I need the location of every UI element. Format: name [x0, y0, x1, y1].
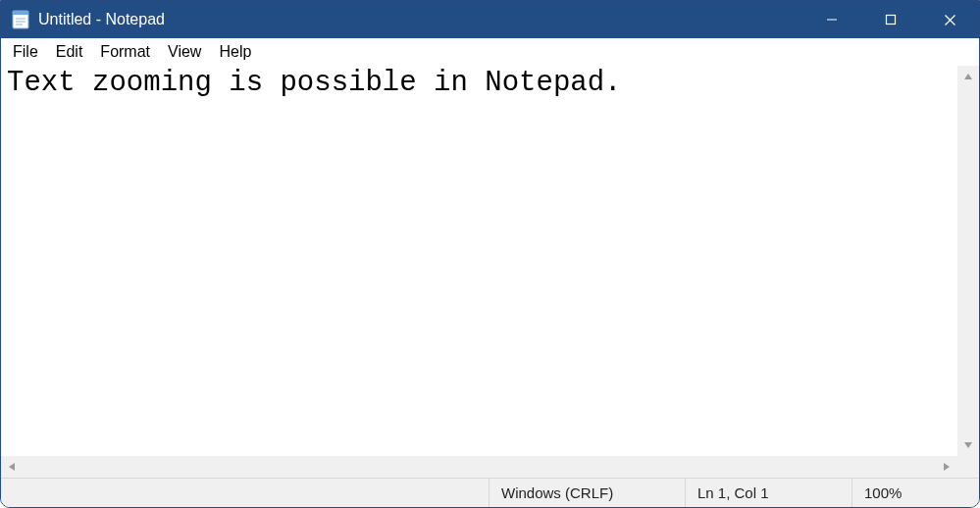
- menu-view[interactable]: View: [160, 41, 211, 63]
- content-area: Text zooming is possible in Notepad.: [1, 66, 979, 478]
- status-zoom-level: 100%: [851, 479, 979, 507]
- vertical-scrollbar[interactable]: [957, 66, 979, 456]
- maximize-button[interactable]: [861, 1, 920, 38]
- statusbar: Windows (CRLF) Ln 1, Col 1 100%: [1, 478, 979, 507]
- svg-rect-1: [13, 11, 28, 15]
- scroll-right-icon[interactable]: [936, 456, 957, 478]
- menubar: File Edit Format View Help: [1, 38, 979, 66]
- menu-help[interactable]: Help: [211, 41, 261, 63]
- status-cursor-position: Ln 1, Col 1: [685, 479, 851, 507]
- menu-edit[interactable]: Edit: [48, 41, 93, 63]
- editor-row: Text zooming is possible in Notepad.: [1, 66, 979, 456]
- close-button[interactable]: [920, 1, 979, 38]
- scroll-up-icon[interactable]: [957, 66, 979, 87]
- scroll-corner: [957, 456, 979, 478]
- scroll-down-icon[interactable]: [957, 434, 979, 456]
- titlebar[interactable]: Untitled - Notepad: [1, 1, 979, 38]
- horizontal-scroll-track[interactable]: [23, 456, 936, 478]
- menu-format[interactable]: Format: [92, 41, 160, 63]
- scroll-left-icon[interactable]: [1, 456, 23, 478]
- notepad-app-icon: [11, 9, 30, 30]
- hscroll-row: [1, 456, 979, 478]
- text-editor[interactable]: Text zooming is possible in Notepad.: [1, 66, 957, 456]
- svg-rect-6: [887, 16, 896, 25]
- menu-file[interactable]: File: [5, 41, 48, 63]
- statusbar-spacer: [1, 479, 489, 507]
- notepad-window: Untitled - Notepad File Edit Format View…: [0, 0, 980, 508]
- horizontal-scrollbar[interactable]: [1, 456, 957, 478]
- status-line-ending: Windows (CRLF): [489, 479, 685, 507]
- vertical-scroll-track[interactable]: [957, 87, 979, 434]
- window-title: Untitled - Notepad: [38, 11, 165, 28]
- minimize-button[interactable]: [802, 1, 861, 38]
- window-controls: [802, 1, 979, 38]
